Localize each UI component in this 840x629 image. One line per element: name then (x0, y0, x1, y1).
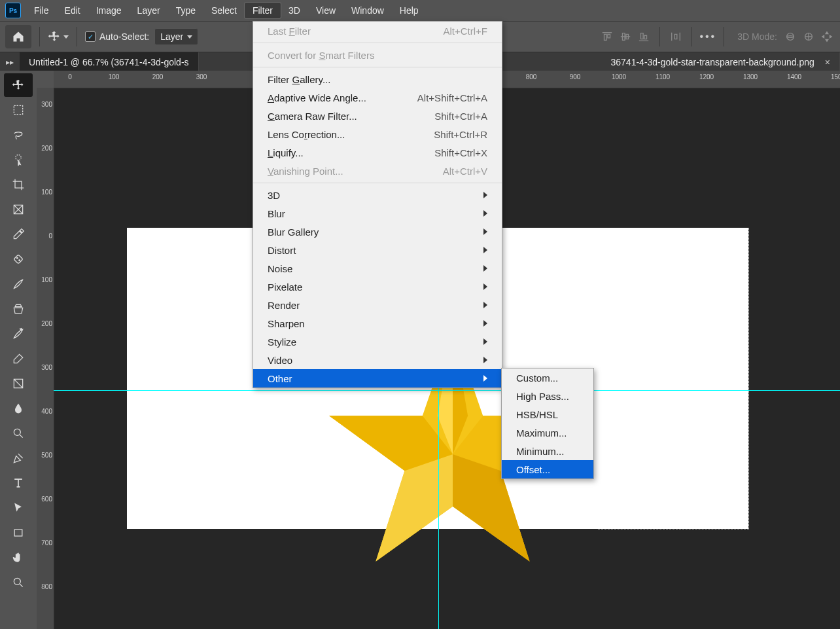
svg-point-11 (14, 578, 20, 584)
menu-item-label: Camera Raw Filter... (268, 111, 357, 122)
dodge-tool[interactable] (4, 422, 33, 445)
align-vcenter-button[interactable] (618, 29, 633, 44)
ruler-tick: 500 (38, 452, 54, 459)
menu-item-shortcut: Shift+Ctrl+R (414, 129, 487, 140)
close-icon[interactable]: × (825, 57, 830, 67)
menu-item-shortcut: Alt+Shift+Ctrl+A (398, 92, 487, 103)
path-select-tool[interactable] (4, 496, 33, 520)
marquee-tool[interactable] (4, 98, 33, 122)
align-top-button[interactable] (599, 29, 615, 44)
ruler-tick: 300 (196, 73, 207, 81)
3d-pan-button[interactable] (819, 29, 835, 44)
chevron-down-icon (63, 35, 69, 39)
menu-type[interactable]: Type (168, 3, 203, 18)
ruler-tick: 400 (38, 408, 54, 415)
menu-3d[interactable]: 3D (281, 3, 308, 18)
ruler-tick: 900 (570, 73, 581, 81)
menu-item-label: Blur (268, 208, 285, 219)
healing-tool[interactable] (4, 247, 33, 271)
move-tool[interactable] (4, 73, 33, 97)
svg-rect-10 (14, 530, 22, 536)
crop-tool[interactable] (4, 173, 33, 196)
menu-item-noise[interactable]: Noise (253, 259, 502, 278)
filter-other-submenu: Custom... High Pass... HSB/HSL Maximum..… (501, 368, 594, 479)
menu-file[interactable]: File (26, 3, 57, 18)
ruler-vertical[interactable]: 300 200 100 0 100 200 300 400 500 600 70… (37, 88, 54, 629)
ruler-corner (37, 71, 54, 88)
tab-untitled-1[interactable]: Untitled-1 @ 66.7% (36741-4-3d-gold-s (20, 52, 199, 72)
menu-bar: Ps File Edit Image Layer Type Select Fil… (0, 0, 840, 22)
menu-item-blur[interactable]: Blur (253, 204, 502, 223)
menu-item-other[interactable]: Other (253, 369, 502, 387)
menu-item-vanishing-point[interactable]: Vanishing Point... Alt+Ctrl+V (253, 162, 502, 180)
menu-view[interactable]: View (308, 3, 343, 18)
zoom-tool[interactable] (4, 571, 33, 594)
menu-item-last-filter[interactable]: Last Filter Alt+Ctrl+F (253, 22, 502, 40)
menu-item-label: Offset... (516, 464, 550, 475)
align-bottom-button[interactable] (636, 29, 652, 44)
menu-item-pixelate[interactable]: Pixelate (253, 278, 502, 296)
menu-item-filter-gallery[interactable]: Filter Gallery... (253, 70, 502, 88)
auto-select-checkbox[interactable]: Auto-Select: (85, 31, 149, 42)
menu-item-label: Liquify... (268, 147, 304, 158)
menu-help[interactable]: Help (392, 3, 427, 18)
move-tool-indicator[interactable] (48, 30, 69, 43)
clone-stamp-tool[interactable] (4, 297, 33, 321)
ruler-tick: 1500 (831, 73, 840, 81)
menu-item-adaptive-wide-angle[interactable]: Adaptive Wide Angle... Alt+Shift+Ctrl+A (253, 88, 502, 107)
menu-item-video[interactable]: Video (253, 351, 502, 369)
frame-tool[interactable] (4, 198, 33, 221)
3d-orbit-button[interactable] (782, 29, 798, 44)
menu-item-stylize[interactable]: Stylize (253, 332, 502, 351)
menu-select[interactable]: Select (203, 3, 245, 18)
type-tool[interactable] (4, 471, 33, 495)
distribute-button[interactable] (668, 29, 684, 44)
history-brush-tool[interactable] (4, 322, 33, 346)
menu-item-minimum[interactable]: Minimum... (502, 442, 593, 460)
menu-item-label: Distort (268, 245, 296, 256)
home-button[interactable] (5, 25, 31, 48)
eraser-tool[interactable] (4, 347, 33, 370)
menu-item-3d[interactable]: 3D (253, 186, 502, 204)
menu-item-blur-gallery[interactable]: Blur Gallery (253, 223, 502, 241)
menu-edit[interactable]: Edit (57, 3, 88, 18)
guide-horizontal[interactable] (54, 390, 840, 391)
tools-panel (0, 71, 37, 629)
gradient-tool[interactable] (4, 372, 33, 395)
menu-item-maximum[interactable]: Maximum... (502, 423, 593, 442)
lasso-tool[interactable] (4, 123, 33, 147)
menu-item-sharpen[interactable]: Sharpen (253, 314, 502, 332)
brush-tool[interactable] (4, 272, 33, 296)
ruler-tick: 1200 (699, 73, 714, 81)
menu-item-label: Filter Gallery... (268, 74, 330, 85)
menu-item-high-pass[interactable]: High Pass... (502, 387, 593, 405)
quick-select-tool[interactable] (4, 148, 33, 171)
3d-rotate-button[interactable] (801, 29, 816, 44)
menu-item-offset[interactable]: Offset... (502, 460, 593, 478)
menu-item-render[interactable]: Render (253, 296, 502, 314)
rectangle-tool[interactable] (4, 521, 33, 545)
menu-item-camera-raw[interactable]: Camera Raw Filter... Shift+Ctrl+A (253, 107, 502, 125)
tab-gold-star-png[interactable]: 36741-4-3d-gold-star-transparent-backgro… (602, 52, 841, 72)
menu-item-hsb-hsl[interactable]: HSB/HSL (502, 405, 593, 423)
menu-item-custom[interactable]: Custom... (502, 368, 593, 387)
menu-filter[interactable]: Filter (245, 3, 281, 18)
menu-item-distort[interactable]: Distort (253, 241, 502, 259)
more-options-button[interactable]: ••• (700, 29, 716, 44)
eyedropper-tool[interactable] (4, 223, 33, 246)
ruler-tick: 600 (38, 495, 54, 503)
menu-window[interactable]: Window (343, 3, 392, 18)
tab-label: 36741-4-3d-gold-star-transparent-backgro… (611, 57, 814, 67)
hand-tool[interactable] (4, 546, 33, 569)
menu-item-convert-smart[interactable]: Convert for Smart Filters (253, 46, 502, 64)
auto-select-target-dropdown[interactable]: Layer (154, 28, 198, 45)
expand-toolbar-button[interactable]: ▸▸ (0, 52, 20, 72)
menu-image[interactable]: Image (88, 3, 130, 18)
menu-item-lens-correction[interactable]: Lens Correction... Shift+Ctrl+R (253, 125, 502, 143)
pen-tool[interactable] (4, 446, 33, 470)
blur-tool[interactable] (4, 397, 33, 420)
ruler-tick: 200 (38, 320, 54, 327)
menu-layer[interactable]: Layer (130, 3, 168, 18)
menu-item-liquify[interactable]: Liquify... Shift+Ctrl+X (253, 143, 502, 162)
svg-point-0 (787, 33, 794, 41)
